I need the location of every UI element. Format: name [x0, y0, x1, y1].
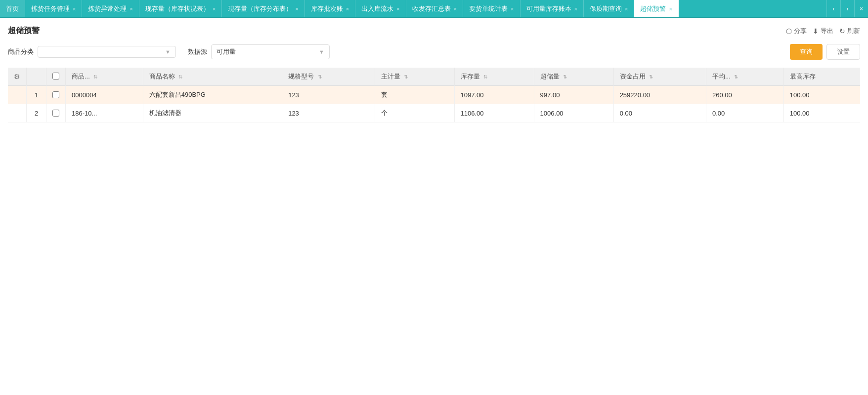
datasource-label: 数据源: [188, 47, 207, 56]
col-overstock[interactable]: 超储量 ⇅: [534, 68, 613, 86]
close-tab-abnormal[interactable]: ×: [130, 6, 132, 12]
col-settings: ⚙: [8, 68, 27, 86]
nav-tab-receipt-summary[interactable]: 收发存汇总表 ×: [406, 0, 463, 17]
nav-arrow-right[interactable]: ›: [840, 0, 854, 18]
row-max-stock: 100.00: [783, 86, 860, 104]
table-row: 2 186-10... 机油滤清器 123 个 1106.00 1006.00 …: [8, 104, 860, 122]
row-checkbox[interactable]: [52, 110, 59, 117]
nav-tab-available-ledger[interactable]: 可用量库存账本 ×: [521, 0, 584, 17]
row-capital: 259220.00: [613, 86, 706, 104]
close-tab-receipt-summary[interactable]: ×: [454, 6, 457, 12]
share-action[interactable]: ⬡ 分享: [786, 27, 807, 36]
col-max-stock[interactable]: 最高库存: [783, 68, 860, 86]
settings-button[interactable]: 设置: [826, 44, 860, 60]
col-capital[interactable]: 资金占用 ⇅: [613, 68, 706, 86]
row-max-stock: 100.00: [783, 104, 860, 122]
top-nav: 首页 拣货任务管理 × 拣货异常处理 × 现存量（库存状况表） × 现存量（库存…: [0, 0, 868, 18]
close-tab-order-stats[interactable]: ×: [511, 6, 514, 12]
row-overstock: 997.00: [534, 86, 613, 104]
close-tab-overstock-warning[interactable]: ×: [669, 6, 672, 12]
datasource-filter: 数据源 可用量 ▼: [188, 44, 330, 59]
sort-icon-spec: ⇅: [318, 74, 322, 79]
chevron-down-icon: ▼: [165, 49, 171, 55]
row-index: 2: [27, 104, 46, 122]
select-all-checkbox[interactable]: [52, 73, 59, 79]
nav-tab-inventory-dist[interactable]: 现存量（库存分布表） ×: [222, 0, 304, 17]
sort-icon-unit: ⇅: [404, 74, 408, 79]
row-spec: 123: [282, 104, 375, 122]
table-row: 1 0000004 六配套新昌490BPG 123 套 1097.00 997.…: [8, 86, 860, 104]
nav-tab-abnormal[interactable]: 拣货异常处理 ×: [82, 0, 139, 17]
export-action[interactable]: ⬇ 导出: [813, 27, 833, 36]
nav-tab-quality-check[interactable]: 保质期查询 ×: [584, 0, 634, 17]
col-stock[interactable]: 库存量 ⇅: [454, 68, 534, 86]
header-actions: ⬡ 分享 ⬇ 导出 ↻ 刷新: [786, 27, 860, 36]
page-content: 超储预警 ⬡ 分享 ⬇ 导出 ↻ 刷新 商品分类 ▼ 数据源: [0, 18, 868, 395]
col-index: [27, 68, 46, 86]
row-avg: 260.00: [706, 86, 783, 104]
nav-tab-task-mgmt[interactable]: 拣货任务管理 ×: [25, 0, 82, 17]
close-tab-inventory-status[interactable]: ×: [213, 6, 216, 12]
col-avg[interactable]: 平均... ⇅: [706, 68, 783, 86]
close-tab-inventory-dist[interactable]: ×: [295, 6, 298, 12]
settings-gear-icon[interactable]: ⚙: [14, 73, 20, 80]
col-product-name[interactable]: 商品名称 ⇅: [143, 68, 282, 86]
row-product-code: 186-10...: [66, 104, 143, 122]
nav-arrow-close[interactable]: ×: [854, 0, 868, 18]
share-icon: ⬡: [786, 27, 792, 35]
row-stock: 1106.00: [454, 104, 534, 122]
row-checkbox-cell: [46, 86, 66, 104]
col-spec[interactable]: 规格型号 ⇅: [282, 68, 375, 86]
nav-arrow-left[interactable]: ‹: [826, 0, 840, 18]
close-tab-quality-check[interactable]: ×: [625, 6, 628, 12]
row-unit: 套: [375, 86, 454, 104]
refresh-action[interactable]: ↻ 刷新: [839, 27, 860, 36]
page-title: 超储预警: [8, 26, 40, 36]
close-tab-task-mgmt[interactable]: ×: [73, 6, 76, 12]
page-header: 超储预警 ⬡ 分享 ⬇ 导出 ↻ 刷新: [8, 26, 860, 36]
chevron-down-icon-2: ▼: [319, 49, 324, 55]
sort-icon-product-name: ⇅: [178, 74, 182, 79]
row-product-code: 0000004: [66, 86, 143, 104]
data-table: ⚙ 商品... ⇅ 商品名称 ⇅ 规格型号 ⇅: [8, 68, 860, 122]
nav-arrows: ‹ › ×: [826, 0, 868, 18]
row-avg: 0.00: [706, 104, 783, 122]
row-product-name: 机油滤清器: [143, 104, 282, 122]
export-icon: ⬇: [813, 27, 819, 35]
col-unit[interactable]: 主计量 ⇅: [375, 68, 454, 86]
nav-tab-order-stats[interactable]: 要货单统计表 ×: [463, 0, 520, 17]
row-capital: 0.00: [613, 104, 706, 122]
row-stock: 1097.00: [454, 86, 534, 104]
sort-icon-stock: ⇅: [483, 74, 487, 79]
close-tab-inout-flow[interactable]: ×: [396, 6, 399, 12]
sort-icon-overstock: ⇅: [563, 74, 567, 79]
row-checkbox-cell: [46, 104, 66, 122]
row-unit: 个: [375, 104, 454, 122]
query-button[interactable]: 查询: [790, 44, 823, 60]
datasource-select[interactable]: 可用量 ▼: [211, 44, 330, 59]
row-spec: 123: [282, 86, 375, 104]
nav-tab-batch-account[interactable]: 库存批次账 ×: [305, 0, 355, 17]
nav-tab-home[interactable]: 首页: [0, 0, 25, 17]
sort-icon-capital: ⇅: [649, 74, 653, 79]
refresh-icon: ↻: [839, 27, 845, 35]
row-index: 1: [27, 86, 46, 104]
nav-tab-overstock-warning[interactable]: 超储预警 ×: [634, 0, 678, 17]
col-checkbox-header: [46, 68, 66, 86]
category-label: 商品分类: [8, 47, 34, 56]
table-header-row: ⚙ 商品... ⇅ 商品名称 ⇅ 规格型号 ⇅: [8, 68, 860, 86]
row-settings: [8, 104, 27, 122]
col-product-code[interactable]: 商品... ⇅: [66, 68, 143, 86]
close-tab-batch-account[interactable]: ×: [346, 6, 349, 12]
nav-tab-inout-flow[interactable]: 出入库流水 ×: [355, 0, 406, 17]
nav-tab-inventory-status[interactable]: 现存量（库存状况表） ×: [139, 0, 222, 17]
row-settings: [8, 86, 27, 104]
row-product-name: 六配套新昌490BPG: [143, 86, 282, 104]
datasource-value: 可用量: [217, 47, 236, 56]
close-tab-available-ledger[interactable]: ×: [574, 6, 577, 12]
sort-icon-avg: ⇅: [734, 74, 738, 79]
category-select[interactable]: ▼: [38, 46, 176, 58]
row-checkbox[interactable]: [52, 91, 59, 98]
sort-icon-product-code: ⇅: [93, 74, 97, 79]
row-overstock: 1006.00: [534, 104, 613, 122]
